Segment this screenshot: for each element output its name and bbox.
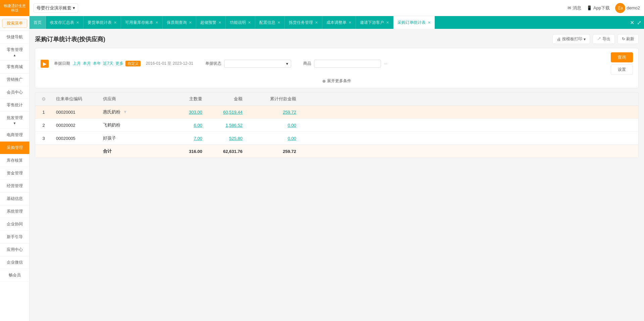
topbar-right: ✉ 消息 📱 App下载 Ea demo2 (568, 3, 640, 13)
refresh-button[interactable]: ↻ 刷新 (618, 34, 639, 44)
close-tab-button[interactable]: ✕ (630, 19, 634, 26)
print-template-button[interactable]: 🖨 按模板打印 ▾ (552, 34, 590, 44)
sidebar-item-finance[interactable]: 资金管理 (0, 167, 29, 180)
row-amount[interactable]: 525.80 (206, 132, 247, 145)
sidebar-item-wholesale[interactable]: 批发管理 ▼ (0, 112, 29, 129)
main-content: 母婴行业演示账套 ▾ ✉ 消息 📱 App下载 Ea demo2 首页 (30, 0, 644, 321)
table-row[interactable]: 2 00020002 飞鹤奶粉 6.00 1,586.52 0.00 (35, 119, 638, 132)
close-icon[interactable]: ✕ (218, 20, 221, 25)
row-code: 00020001 (52, 106, 99, 119)
sidebar-item-members[interactable]: 会员中心 (0, 86, 29, 99)
th-extra (300, 93, 638, 106)
close-icon[interactable]: ✕ (76, 20, 79, 25)
sidebar-item-enterprise[interactable]: 企业协同 (0, 218, 29, 231)
status-filter-group: 单据状态 ▾ (205, 60, 291, 68)
date-last-month[interactable]: 上月 (73, 61, 81, 66)
settings-button[interactable]: 设置 (611, 64, 633, 75)
status-label: 单据状态 (205, 61, 221, 66)
sidebar-item-quick-nav[interactable]: 快捷导航 (0, 31, 29, 44)
sidebar-item-label: 营销推广 (7, 77, 23, 83)
tab-receive-summary[interactable]: 收发存汇总表 ✕ (46, 16, 84, 29)
sidebar-item-corp-wechat[interactable]: 企业微信 (0, 256, 29, 269)
tab-overstock-warning[interactable]: 超储预警 ✕ (196, 16, 226, 29)
tab-available-stock[interactable]: 可用量库存账本 ✕ (121, 16, 163, 29)
close-icon[interactable]: ✕ (248, 20, 251, 25)
sidebar-item-purchase[interactable]: 采购管理 (0, 142, 29, 154)
sidebar-item-vip[interactable]: 畅会员 (0, 269, 29, 282)
date-this-month[interactable]: 本月 (83, 61, 91, 66)
table-row[interactable]: 1 00020001 惠氏奶粉 ▼ 303.00 60,519.44 259.7… (35, 106, 638, 119)
expand-row-icon[interactable]: ▼ (123, 109, 127, 114)
sidebar-item-ops[interactable]: 经营管理 (0, 180, 29, 193)
filter-panel: ▶ 单据日期 上月 本月 本年 近7天 更多 自定义 2016-01-01 至 … (35, 48, 639, 88)
tab-label: 保质期查询 (167, 20, 187, 25)
close-icon[interactable]: ✕ (277, 20, 280, 25)
date-range-group: 2016-01-01 至 2023-12-31 (146, 61, 193, 66)
sidebar-item-label: 零售商城 (7, 64, 23, 70)
sidebar-item-label: 电商管理 (7, 132, 23, 138)
th-paid: 累计付款金额 (247, 93, 300, 106)
date-range-text: 2016-01-01 至 2023-12-31 (146, 61, 193, 66)
message-icon: ✉ (568, 5, 571, 10)
more-options-icon[interactable]: ··· (384, 61, 387, 66)
row-amount[interactable]: 1,586.52 (206, 119, 247, 132)
gear-icon[interactable]: ⚙ (42, 96, 46, 102)
tab-invite-downstream[interactable]: 邀请下游客户 ✕ (356, 16, 393, 29)
tab-cost-adjust[interactable]: 成本调整单 ✕ (322, 16, 356, 29)
export-button[interactable]: ↗ 导出 (593, 34, 614, 44)
date-7days[interactable]: 近7天 (103, 61, 113, 66)
sidebar-item-inventory[interactable]: 库存核算 (0, 154, 29, 167)
tab-expiry-query[interactable]: 保质期查询 ✕ (163, 16, 196, 29)
sidebar-item-basic[interactable]: 基础信息 (0, 193, 29, 205)
toggle-filter-button[interactable]: ▶ (41, 60, 49, 68)
sidebar-item-system[interactable]: 系统管理 (0, 205, 29, 218)
close-icon[interactable]: ✕ (189, 20, 192, 25)
tab-pick-task[interactable]: 拣货任务管理 ✕ (285, 16, 322, 29)
sidebar-item-retail-stats[interactable]: 零售统计 (0, 99, 29, 112)
sidebar-item-retail[interactable]: 零售管理 ▲ (0, 44, 29, 61)
row-paid[interactable]: 0.00 (247, 119, 300, 132)
close-icon[interactable]: ✕ (114, 20, 117, 25)
close-icon[interactable]: ✕ (428, 20, 431, 25)
tab-goods-stats[interactable]: 要货单统计表 ✕ (84, 16, 121, 29)
user-menu[interactable]: Ea demo2 (615, 3, 640, 13)
query-button[interactable]: 查询 (611, 52, 633, 62)
close-icon[interactable]: ✕ (386, 20, 389, 25)
logo-text: 畅捷通好生意 标版 (4, 4, 26, 12)
date-more[interactable]: 更多 (115, 61, 123, 66)
date-this-year[interactable]: 本年 (93, 61, 101, 66)
tab-function-desc[interactable]: 功能说明 ✕ (226, 16, 255, 29)
expand-filter-button[interactable]: ⊕ 展开更多条件 (322, 78, 351, 84)
row-paid[interactable]: 0.00 (247, 132, 300, 145)
expand-label: 展开更多条件 (327, 78, 351, 84)
sidebar-item-retail-shop[interactable]: 零售商城 (0, 61, 29, 73)
close-icon[interactable]: ✕ (348, 20, 352, 25)
row-paid[interactable]: 259.72 (247, 106, 300, 119)
close-icon[interactable]: ✕ (315, 20, 318, 25)
row-qty[interactable]: 7.00 (166, 132, 206, 145)
maximize-button[interactable]: ⤢ (637, 19, 641, 26)
sidebar-item-marketing[interactable]: 营销推广 (0, 73, 29, 86)
data-table: ⚙ 往来单位编码 供应商 主数量 金额 累计付款金额 1 00020001 (35, 92, 639, 158)
status-select[interactable]: ▾ (224, 60, 291, 68)
search-menu-button[interactable]: 搜索菜单 (2, 19, 27, 28)
sidebar-item-ecommerce[interactable]: 电商管理 (0, 129, 29, 142)
row-qty[interactable]: 303.00 (166, 106, 206, 119)
account-dropdown[interactable]: 母婴行业演示账套 ▾ (34, 3, 78, 13)
close-icon[interactable]: ✕ (155, 20, 158, 25)
tab-purchase-stats[interactable]: 采购订单统计表 ✕ (393, 16, 435, 29)
sidebar-item-newbie[interactable]: 新手引导 (0, 231, 29, 244)
app-download-button[interactable]: 📱 App下载 (587, 5, 610, 11)
avatar: Ea (615, 3, 625, 13)
row-qty[interactable]: 6.00 (166, 119, 206, 132)
filter-row-main: ▶ 单据日期 上月 本月 本年 近7天 更多 自定义 2016-01-01 至 … (41, 52, 633, 75)
message-button[interactable]: ✉ 消息 (568, 5, 581, 11)
sidebar-item-app-center[interactable]: 应用中心 (0, 244, 29, 256)
table-row[interactable]: 3 00020005 好孩子 7.00 525.80 0.00 (35, 132, 638, 145)
tab-config-info[interactable]: 配置信息 ✕ (255, 16, 285, 29)
row-code: 00020002 (52, 119, 99, 132)
goods-input[interactable] (314, 60, 381, 68)
row-amount[interactable]: 60,519.44 (206, 106, 247, 119)
tab-home[interactable]: 首页 (30, 16, 46, 29)
tab-label: 收发存汇总表 (50, 20, 74, 25)
